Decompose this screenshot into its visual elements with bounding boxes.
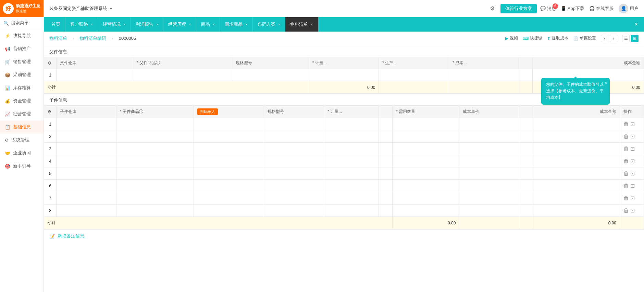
tab-customer-close[interactable]: × [91, 22, 93, 26]
child-cell-qty-7[interactable] [393, 192, 459, 205]
child-cell-spec-6[interactable] [264, 180, 324, 192]
copy-btn-2[interactable]: ⊡ [630, 133, 635, 140]
sidebar-item-sales[interactable]: 🛒 销售管理 [0, 55, 44, 68]
child-cell-amount-3[interactable] [533, 143, 620, 155]
child-cell-unit-7[interactable] [324, 192, 379, 205]
tab-history[interactable]: 经营历程 × [163, 17, 196, 32]
child-cell-spec-5[interactable] [264, 167, 324, 180]
child-cell-amount-4[interactable] [533, 155, 620, 167]
child-cell-unit-3[interactable] [324, 143, 379, 155]
sidebar-item-finance[interactable]: 💰 资金管理 [0, 94, 44, 107]
delete-btn-5[interactable]: 🗑 [623, 171, 629, 177]
child-cell-goods-2[interactable] [116, 130, 194, 143]
child-cell-amount-5[interactable] [533, 167, 620, 180]
child-cell-unit-cost-2[interactable] [459, 130, 519, 143]
child-cell-unit-cost-8[interactable] [459, 205, 519, 217]
sidebar-item-system[interactable]: ⚙ 系统管理 [0, 133, 44, 147]
sidebar-item-purchase[interactable]: 📦 采购管理 [0, 68, 44, 81]
add-note-btn[interactable]: 新增备注信息 [58, 233, 84, 239]
child-cell-spec-1[interactable] [264, 118, 324, 130]
system-dropdown[interactable]: ▾ [110, 6, 112, 11]
child-cell-warehouse-6[interactable] [57, 180, 116, 192]
child-cell-goods-1[interactable] [116, 118, 194, 130]
tab-barcode[interactable]: 条码方案 × [253, 17, 285, 32]
child-cell-warehouse-7[interactable] [57, 192, 116, 205]
child-cell-unit-8[interactable] [324, 205, 379, 217]
tab-operations[interactable]: 经营情况 × [98, 17, 131, 32]
online-service-btn[interactable]: 🎧 在线客服 [589, 5, 614, 12]
tab-goods-close[interactable]: × [213, 22, 215, 26]
child-cell-amount-2[interactable] [533, 130, 620, 143]
child-cell-qty-4[interactable] [393, 155, 459, 167]
child-cell-unit-4[interactable] [324, 155, 379, 167]
all-tabs-close[interactable]: × [631, 21, 641, 27]
tab-goods[interactable]: 商品 × [196, 17, 220, 32]
child-cell-warehouse-8[interactable] [57, 205, 116, 217]
child-cell-amount-1[interactable] [533, 118, 620, 130]
tab-operations-close[interactable]: × [123, 22, 125, 26]
child-cell-warehouse-3[interactable] [57, 143, 116, 155]
child-cell-unit-2[interactable] [324, 130, 379, 143]
child-cell-spec-3[interactable] [264, 143, 324, 155]
child-cell-spec-8[interactable] [264, 205, 324, 217]
sidebar-item-operations[interactable]: 📈 经营管理 [0, 107, 44, 120]
breadcrumb-code-value[interactable]: 0000005 [119, 36, 136, 41]
child-cell-qty-1[interactable] [393, 118, 459, 130]
breadcrumb-code-label[interactable]: 物料清单编码 [79, 35, 106, 42]
tab-profit[interactable]: 利润报告 × [131, 17, 163, 32]
child-cell-unit-6[interactable] [324, 180, 379, 192]
trial-button[interactable]: 体验行业方案 [500, 4, 537, 13]
single-settings-btn[interactable]: 📄 单据设置 [573, 35, 596, 41]
tab-customer[interactable]: 客户联络 × [65, 17, 98, 32]
child-cell-amount-8[interactable] [533, 205, 620, 217]
tab-new-goods[interactable]: 新增商品 × [220, 17, 252, 32]
delete-btn-1[interactable]: 🗑 [623, 121, 629, 127]
child-cell-amount-7[interactable] [533, 192, 620, 205]
user-btn[interactable]: 👤 用户 [619, 4, 639, 13]
child-cell-warehouse-4[interactable] [57, 155, 116, 167]
child-cell-spec-4[interactable] [264, 155, 324, 167]
parent-cell-produce[interactable] [379, 69, 449, 81]
parent-cell-cost[interactable] [449, 69, 519, 81]
sidebar-item-quick-nav[interactable]: ⚡ 快捷导航 [0, 29, 44, 42]
child-cell-unit-cost-3[interactable] [459, 143, 519, 155]
child-cell-spec-2[interactable] [264, 130, 324, 143]
delete-btn-2[interactable]: 🗑 [623, 133, 629, 140]
sidebar-item-guide[interactable]: 🎯 新手引导 [0, 160, 44, 173]
copy-btn-6[interactable]: ⊡ [630, 183, 635, 189]
child-cell-warehouse-1[interactable] [57, 118, 116, 130]
copy-btn-5[interactable]: ⊡ [630, 170, 635, 177]
child-cell-qty-6[interactable] [393, 180, 459, 192]
delete-btn-3[interactable]: 🗑 [623, 146, 629, 152]
sidebar-item-basic-info[interactable]: 📋 基础信息 [0, 120, 44, 133]
copy-btn-7[interactable]: ⊡ [630, 195, 635, 201]
settings-gear-btn[interactable]: ⚙ [487, 4, 497, 13]
tab-home[interactable]: 首页 [47, 17, 65, 32]
child-cell-goods-6[interactable] [116, 180, 194, 192]
sidebar-item-inventory[interactable]: 📊 库存核算 [0, 81, 44, 94]
copy-btn-4[interactable]: ⊡ [630, 158, 635, 164]
list-view-btn[interactable]: ☰ [622, 35, 630, 42]
extract-cost-btn[interactable]: ⬆ 提取成本 [547, 35, 568, 41]
next-arrow[interactable]: › [610, 35, 617, 42]
child-cell-goods-3[interactable] [116, 143, 194, 155]
sidebar-item-enterprise[interactable]: 🤝 企业协同 [0, 147, 44, 160]
child-cell-goods-4[interactable] [116, 155, 194, 167]
child-cell-qty-8[interactable] [393, 205, 459, 217]
breadcrumb-bom[interactable]: 物料清单 [49, 35, 67, 42]
child-cell-unit-cost-5[interactable] [459, 167, 519, 180]
child-cell-amount-6[interactable] [533, 180, 620, 192]
video-btn[interactable]: ▶ 视频 [505, 35, 518, 41]
tab-profit-close[interactable]: × [156, 22, 158, 26]
delete-btn-8[interactable]: 🗑 [623, 208, 629, 214]
parent-th-settings[interactable]: ⚙ [44, 57, 57, 69]
tab-new-goods-close[interactable]: × [245, 22, 247, 26]
child-cell-goods-8[interactable] [116, 205, 194, 217]
parent-cell-unit[interactable] [309, 69, 379, 81]
child-cell-warehouse-2[interactable] [57, 130, 116, 143]
child-cell-qty-5[interactable] [393, 167, 459, 180]
child-cell-spec-7[interactable] [264, 192, 324, 205]
parent-cell-goods[interactable] [133, 69, 232, 81]
tab-history-close[interactable]: × [189, 22, 191, 26]
child-cell-goods-5[interactable] [116, 167, 194, 180]
